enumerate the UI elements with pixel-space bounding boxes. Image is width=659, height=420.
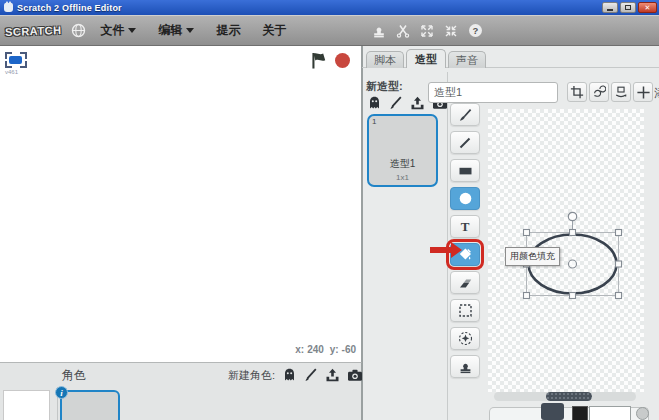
menu-edit[interactable]: 编辑 [158, 22, 194, 39]
dropdown-arrow-icon [186, 28, 194, 33]
costume-name: 造型1 [369, 157, 436, 171]
stop-button[interactable] [335, 53, 350, 68]
ellipse-tool[interactable] [450, 187, 480, 210]
color-swatch[interactable] [572, 406, 588, 420]
magic-wand-tool[interactable] [450, 327, 480, 350]
flip-button[interactable] [611, 82, 631, 102]
maximize-button[interactable] [620, 2, 636, 13]
rectangle-tool[interactable] [450, 159, 480, 182]
crop-button[interactable] [567, 82, 587, 102]
window-title: Scratch 2 Offline Editor [17, 3, 122, 13]
help-icon[interactable]: ? [468, 23, 483, 38]
new-sprite-label: 新建角色: [228, 368, 275, 383]
duplicate-stamp-icon[interactable] [372, 23, 386, 38]
eraser-tool[interactable] [450, 271, 480, 294]
paint-tools: T [450, 103, 482, 378]
menu-tips[interactable]: 提示 [216, 22, 240, 39]
rotation-handle [568, 212, 576, 220]
new-costume-label: 新造型: [366, 79, 403, 94]
costume-item[interactable]: 1 造型1 1x1 [367, 114, 438, 187]
text-tool[interactable]: T [450, 215, 480, 238]
current-color-swatch[interactable] [541, 403, 564, 420]
horizontal-scrollbar[interactable] [494, 392, 636, 401]
brush-size-preview [636, 407, 649, 420]
mouse-coordinates: x:240 y:-60 [0, 344, 356, 360]
new-sprite-paint-icon[interactable] [304, 367, 318, 382]
titlebar: Scratch 2 Offline Editor ✕ [0, 0, 659, 15]
sprite-panel-header: 角色 新建角色: [0, 363, 361, 387]
tab-costumes[interactable]: 造型 [406, 49, 446, 68]
fullscreen-icon [9, 56, 22, 64]
green-flag-button[interactable] [311, 52, 329, 69]
sprite-panel: 角色 新建角色: i [0, 362, 362, 420]
minimize-button[interactable] [602, 2, 618, 13]
scratch-app-icon [4, 3, 13, 12]
stamp-tool[interactable] [450, 355, 480, 378]
new-sprite-camera-icon[interactable] [347, 368, 363, 382]
delete-icon[interactable] [396, 24, 410, 38]
dropdown-arrow-icon [128, 28, 136, 33]
scratch-logo[interactable]: SCRATCH [5, 24, 62, 38]
language-globe-icon[interactable] [71, 23, 86, 38]
version-label: v461 [5, 69, 18, 75]
line-tool[interactable] [450, 131, 480, 154]
annotation-arrow [430, 242, 462, 258]
costume-name-input[interactable] [428, 82, 558, 103]
tab-scripts[interactable]: 脚本 [366, 51, 404, 68]
svg-text:?: ? [473, 25, 479, 36]
truncated-button-label[interactable]: 添 [654, 86, 659, 101]
select-tool[interactable] [450, 299, 480, 322]
fullscreen-button[interactable] [5, 52, 27, 68]
menu-about[interactable]: 关于 [262, 22, 286, 39]
center-handle [569, 260, 577, 268]
cursor-toolbar: ? [372, 15, 483, 46]
color-swatch[interactable] [589, 406, 631, 420]
menu-file[interactable]: 文件 [100, 22, 136, 39]
rotate-button[interactable] [589, 82, 609, 102]
tab-sounds[interactable]: 声音 [448, 51, 486, 68]
new-costume-paint-icon[interactable] [389, 95, 403, 110]
sprite-thumbnail[interactable] [60, 390, 120, 420]
scrollbar-thumb[interactable] [546, 392, 592, 401]
shrink-sprite-icon[interactable] [444, 24, 458, 38]
brush-tool[interactable] [450, 103, 480, 126]
new-costume-library-icon[interactable] [367, 96, 382, 110]
stage-area[interactable] [0, 46, 362, 362]
new-sprite-library-icon[interactable] [282, 368, 297, 382]
sprite-info-icon[interactable]: i [55, 386, 68, 399]
new-sprite-upload-icon[interactable] [325, 368, 340, 382]
set-center-button[interactable] [633, 82, 653, 102]
stage-thumbnail[interactable] [3, 390, 50, 420]
menubar: SCRATCH 文件 编辑 提示 关于 [0, 15, 659, 46]
grow-sprite-icon[interactable] [420, 24, 434, 38]
sprite-panel-title: 角色 [62, 367, 86, 384]
costume-size: 1x1 [369, 173, 436, 182]
close-button[interactable]: ✕ [638, 2, 657, 13]
costume-index: 1 [372, 117, 376, 126]
new-costume-upload-icon[interactable] [410, 96, 425, 110]
tool-tooltip: 用颜色填充 [505, 247, 560, 266]
